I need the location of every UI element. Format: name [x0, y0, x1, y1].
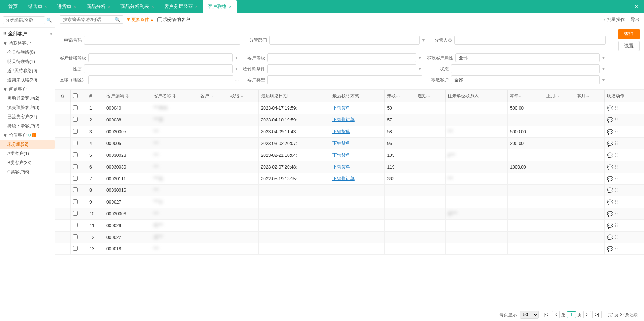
contact-th[interactable]: 联络... [228, 90, 258, 102]
select-all-th[interactable] [70, 90, 87, 102]
row-check-cell[interactable] [70, 126, 87, 138]
sidebar-item-hoard-abnormal[interactable]: 囤购异常客户(2) [0, 94, 55, 103]
row-last-contact-way-cell[interactable]: 下销货单 [330, 138, 385, 149]
row-last-contact-way-cell[interactable]: 下销售订单 [330, 173, 385, 185]
row-checkbox[interactable] [73, 223, 78, 227]
customer-code-th[interactable]: 客户编码⇅ [104, 90, 151, 102]
row-check-cell[interactable] [70, 196, 87, 208]
row-checkbox[interactable] [73, 164, 78, 169]
select-all-checkbox[interactable] [73, 93, 78, 98]
refresh-icon[interactable]: ↺ [28, 133, 31, 138]
next-page-button[interactable]: > [583, 311, 591, 318]
chat-icon[interactable]: 💬 [607, 141, 613, 147]
last-page-button[interactable]: >| [592, 311, 601, 318]
chat-icon[interactable]: 💬 [607, 152, 613, 158]
close-icon[interactable]: × [108, 4, 110, 9]
row-checkbox[interactable] [73, 141, 78, 145]
grid-action-icon[interactable]: ⠿ [615, 176, 618, 182]
unit-contact-th[interactable]: 往来单位联系人 [445, 90, 508, 102]
chat-icon[interactable]: 💬 [607, 187, 613, 193]
tab-analysis-list[interactable]: 商品分析列表 × [115, 0, 159, 13]
grid-action-icon[interactable]: ⠿ [615, 164, 618, 170]
row-checkbox[interactable] [73, 234, 78, 239]
grid-action-icon[interactable]: ⠿ [615, 234, 618, 240]
my-customers-checkbox-label[interactable]: 我分管的客户 [157, 17, 190, 23]
tab-customer-contact[interactable]: 客户联络 × [203, 0, 236, 13]
sidebar-item-tomorrow-pending[interactable]: 明天待联络(1) [0, 57, 55, 66]
chat-icon[interactable]: 💬 [607, 246, 613, 252]
nature-input[interactable] [84, 64, 233, 73]
grid-action-icon[interactable]: ⠿ [615, 223, 618, 229]
close-icon[interactable]: × [195, 4, 197, 9]
row-check-cell[interactable] [70, 243, 87, 255]
row-checkbox[interactable] [73, 105, 78, 110]
sidebar-search-icon[interactable]: 🔍 [46, 18, 52, 23]
row-last-contact-way-cell[interactable]: 下销货单 [330, 161, 385, 173]
sidebar-item-declining[interactable]: 持续下滑客户(2) [0, 121, 55, 131]
tab-home[interactable]: 首页 [3, 0, 23, 13]
prev-page-button[interactable]: < [552, 311, 560, 318]
status-input[interactable] [451, 64, 600, 73]
batch-ops-button[interactable]: ☑ 批量操作 [602, 17, 625, 23]
grid-action-icon[interactable]: ⠿ [615, 211, 618, 217]
sidebar-item-a-customers[interactable]: A类客户(1) [0, 149, 55, 158]
more-options-icon[interactable]: ··· [607, 38, 611, 43]
customer-name-th[interactable]: 客户名称⇅ [151, 90, 198, 102]
row-checkbox[interactable] [73, 152, 78, 157]
price-level-input[interactable] [88, 53, 233, 62]
chat-icon[interactable]: 💬 [607, 117, 613, 123]
row-last-contact-way-cell[interactable]: 下销售订单 [330, 114, 385, 126]
row-checkbox[interactable] [73, 117, 78, 122]
last-month-th[interactable]: 上月... [544, 90, 574, 102]
row-check-cell[interactable] [70, 161, 87, 173]
row-last-contact-way-cell[interactable] [330, 196, 385, 208]
row-check-cell[interactable] [70, 173, 87, 185]
sidebar-item-churn-warning[interactable]: 流失预警客户(3) [0, 103, 55, 112]
chat-icon[interactable]: 💬 [607, 211, 613, 217]
search-icon[interactable]: 🔍 [115, 17, 120, 22]
export-button[interactable]: ↑ 导出 [628, 17, 640, 23]
first-page-button[interactable]: |< [542, 311, 550, 318]
chat-icon[interactable]: 💬 [607, 176, 613, 182]
reset-button[interactable]: 设置 [618, 41, 640, 51]
tab-customer-segment[interactable]: 客户分层经营 × [159, 0, 203, 13]
query-button[interactable]: 查询 [618, 29, 640, 39]
retail-attr-input[interactable] [455, 53, 600, 62]
row-checkbox[interactable] [73, 187, 78, 192]
tab-purchase[interactable]: 进货单 × [52, 0, 81, 13]
row-last-contact-way-cell[interactable] [330, 185, 385, 196]
row-last-contact-way-cell[interactable] [330, 243, 385, 255]
sidebar-item-overdue-contact[interactable]: 逾期未联络(30) [0, 75, 55, 85]
overdue-th[interactable]: 逾期... [415, 90, 445, 102]
row-check-cell[interactable] [70, 149, 87, 161]
more-options-icon[interactable]: ··· [235, 77, 239, 82]
this-year-th[interactable]: 本年... [508, 90, 544, 102]
main-search-input[interactable] [63, 17, 115, 22]
row-check-cell[interactable] [70, 232, 87, 243]
region-input[interactable] [88, 75, 233, 84]
row-last-contact-way-cell[interactable] [330, 208, 385, 220]
grid-action-icon[interactable]: ⠿ [615, 152, 618, 158]
row-check-cell[interactable] [70, 138, 87, 149]
close-all-button[interactable]: × [632, 3, 641, 10]
last-contact-way-th[interactable]: 最后联络方式 [330, 90, 385, 102]
close-icon[interactable]: × [229, 4, 231, 9]
retail-input[interactable] [451, 75, 600, 84]
chat-icon[interactable]: 💬 [607, 164, 613, 170]
chat-icon[interactable]: 💬 [607, 105, 613, 111]
grid-action-icon[interactable]: ⠿ [615, 141, 618, 147]
person-input[interactable] [454, 36, 606, 45]
row-last-contact-way-cell[interactable] [330, 220, 385, 232]
group-pending-contact[interactable]: ▼ 待联络客户 [0, 39, 55, 48]
grid-action-icon[interactable]: ⠿ [615, 246, 618, 252]
not-contact-th[interactable]: 未联... [385, 90, 415, 102]
grid-action-icon[interactable]: ⠿ [615, 129, 618, 135]
grid-action-icon[interactable]: ⠿ [615, 187, 618, 193]
grid-action-icon[interactable]: ⠿ [615, 199, 618, 205]
row-last-contact-way-cell[interactable] [330, 232, 385, 243]
row-checkbox[interactable] [73, 211, 78, 216]
chat-icon[interactable]: 💬 [607, 223, 613, 229]
row-checkbox[interactable] [73, 199, 78, 204]
more-conditions-button[interactable]: ▼ 更多条件 ▲ [126, 17, 154, 23]
row-checkbox[interactable] [73, 129, 78, 134]
